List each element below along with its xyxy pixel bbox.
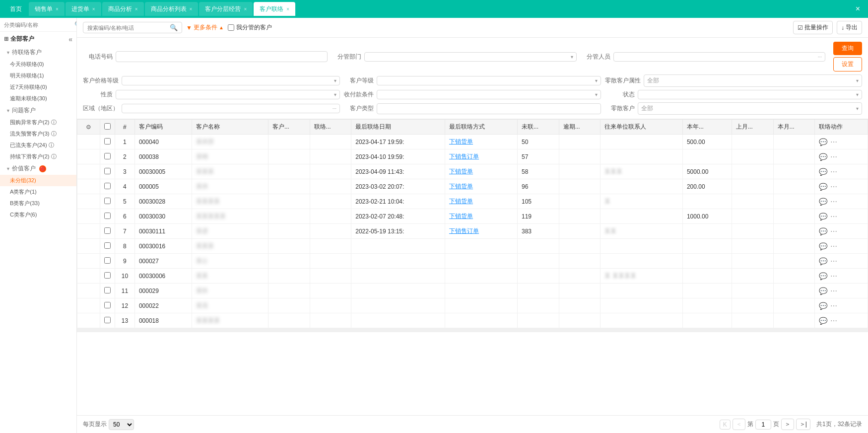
nav-tab-purchase[interactable]: 进货单 × xyxy=(66,2,101,16)
chat-icon[interactable]: 💬 xyxy=(819,317,827,325)
row-checkbox-cell[interactable] xyxy=(100,135,115,149)
menu-icon[interactable]: ⋯ xyxy=(830,287,837,295)
row-last-method-link[interactable]: 下销货单 xyxy=(449,183,473,190)
chat-icon[interactable]: 💬 xyxy=(819,272,827,280)
nav-tab-analysis[interactable]: 商品分析 × xyxy=(102,2,144,16)
row-checkbox-cell[interactable] xyxy=(100,164,115,179)
chat-icon[interactable]: 💬 xyxy=(819,227,827,235)
sidebar-item-churned[interactable]: 已流失客户(24) ⓘ xyxy=(0,140,76,151)
menu-icon[interactable]: ⋯ xyxy=(830,213,837,220)
row-checkbox[interactable] xyxy=(104,168,111,174)
close-tab-purchase-icon[interactable]: × xyxy=(92,6,95,12)
menu-icon[interactable]: ⋯ xyxy=(830,302,837,310)
sidebar-item-class-a[interactable]: A类客户(1) xyxy=(0,186,76,198)
nav-tab-customer-segment[interactable]: 客户分层经营 × xyxy=(199,2,253,16)
row-checkbox[interactable] xyxy=(104,317,111,323)
chat-icon[interactable]: 💬 xyxy=(819,257,827,265)
payment-select[interactable]: ▾ xyxy=(377,90,601,99)
group-problem-customers[interactable]: ▼ 问题客户 xyxy=(0,104,76,117)
row-last-method-link[interactable]: 下销货单 xyxy=(449,213,473,219)
row-checkbox[interactable] xyxy=(104,272,111,279)
menu-icon[interactable]: ⋯ xyxy=(830,138,837,146)
menu-icon[interactable]: ⋯ xyxy=(830,272,837,280)
query-btn[interactable]: 查询 xyxy=(833,42,862,55)
chat-icon[interactable]: 💬 xyxy=(819,213,827,220)
row-checkbox[interactable] xyxy=(104,213,111,219)
row-checkbox[interactable] xyxy=(104,138,111,144)
close-tab-sales-icon[interactable]: × xyxy=(56,6,59,12)
my-customers-checkbox[interactable] xyxy=(228,24,234,31)
nav-tab-analysis-list[interactable]: 商品分析列表 × xyxy=(145,2,199,16)
sidebar-item-unclassified[interactable]: 未分组(32) xyxy=(0,175,76,186)
sidebar-item-today[interactable]: 今天待联络(0) xyxy=(0,59,76,70)
row-last-method-link[interactable]: 下销售订单 xyxy=(449,227,479,234)
nav-tab-customer-contact[interactable]: 客户联络 × xyxy=(254,2,295,16)
page-size-select[interactable]: 50 100 200 xyxy=(109,419,134,430)
chat-icon[interactable]: 💬 xyxy=(819,287,827,295)
group-value-customers[interactable]: ▼ 价值客户 🔴 xyxy=(0,162,76,175)
person-select[interactable]: ··· xyxy=(613,52,825,62)
sidebar-item-7days[interactable]: 近7天待联络(0) xyxy=(0,81,76,93)
row-checkbox-cell[interactable] xyxy=(100,179,115,194)
row-checkbox-cell[interactable] xyxy=(100,298,115,313)
sidebar-search-input[interactable] xyxy=(4,22,72,28)
menu-icon[interactable]: ⋯ xyxy=(830,227,837,235)
nature-select[interactable]: ▾ xyxy=(116,90,340,99)
row-checkbox[interactable] xyxy=(104,227,111,234)
menu-icon[interactable]: ⋯ xyxy=(830,317,837,325)
chat-icon[interactable]: 💬 xyxy=(819,302,827,310)
sparse-attr-select[interactable]: 全部 ▾ xyxy=(644,74,862,87)
close-tab-customer-segment-icon[interactable]: × xyxy=(244,6,247,12)
last-page-btn[interactable]: ＞| xyxy=(796,419,810,430)
sidebar-collapse-btn[interactable]: « xyxy=(68,35,72,43)
menu-icon[interactable]: ⋯ xyxy=(830,153,837,161)
row-checkbox[interactable] xyxy=(104,242,111,249)
row-last-method-link[interactable]: 下销货单 xyxy=(449,198,473,205)
chat-icon[interactable]: 💬 xyxy=(819,183,827,191)
row-checkbox-cell[interactable] xyxy=(100,209,115,224)
chat-icon[interactable]: 💬 xyxy=(819,138,827,146)
chat-icon[interactable]: 💬 xyxy=(819,198,827,206)
status-select[interactable]: ▾ xyxy=(638,90,862,99)
row-checkbox-cell[interactable] xyxy=(100,284,115,298)
sidebar-item-class-b[interactable]: B类客户(33) xyxy=(0,198,76,209)
sidebar-item-class-c[interactable]: C类客户(6) xyxy=(0,209,76,220)
row-checkbox-cell[interactable] xyxy=(100,224,115,239)
row-checkbox-cell[interactable] xyxy=(100,239,115,254)
prev-page-btn[interactable]: ＜ xyxy=(733,419,745,430)
sidebar-item-abnormal[interactable]: 囤购异常客户(2) ⓘ xyxy=(0,117,76,128)
sparse-select[interactable]: 全部 ▾ xyxy=(638,102,862,115)
row-last-method-link[interactable]: 下销货单 xyxy=(449,138,473,145)
close-tab-customer-contact-icon[interactable]: × xyxy=(286,6,289,12)
menu-icon[interactable]: ⋯ xyxy=(830,242,837,250)
menu-icon[interactable]: ⋯ xyxy=(830,168,837,176)
menu-icon[interactable]: ⋯ xyxy=(830,183,837,191)
chat-icon[interactable]: 💬 xyxy=(819,242,827,250)
nav-tab-sales[interactable]: 销售单 × xyxy=(29,2,65,16)
close-tab-analysis-list-icon[interactable]: × xyxy=(190,6,193,12)
batch-operation-btn[interactable]: ☑ 批量操作 xyxy=(793,21,833,34)
my-customers-checkbox-label[interactable]: 我分管的客户 xyxy=(228,23,272,32)
row-checkbox-cell[interactable] xyxy=(100,313,115,328)
row-checkbox-cell[interactable] xyxy=(100,149,115,164)
row-last-method-link[interactable]: 下销售订单 xyxy=(449,153,479,160)
price-level-select[interactable]: ▾ xyxy=(122,76,340,85)
sidebar-item-overdue-no-contact[interactable]: 逾期未联络(30) xyxy=(0,93,76,104)
row-checkbox[interactable] xyxy=(104,257,111,264)
row-checkbox[interactable] xyxy=(104,183,111,189)
next-page-btn[interactable]: ＞ xyxy=(781,419,794,430)
group-pending-contact[interactable]: ▼ 待联络客户 xyxy=(0,46,76,59)
select-all-checkbox[interactable] xyxy=(104,123,111,130)
menu-icon[interactable]: ⋯ xyxy=(830,198,837,206)
phone-input[interactable] xyxy=(116,51,328,62)
col-gear[interactable]: ⚙ xyxy=(77,120,100,135)
first-page-btn[interactable]: K xyxy=(720,420,731,430)
customer-type-input[interactable] xyxy=(377,103,601,114)
filter-more-conditions-btn[interactable]: ▼ 更多条件 ▲ xyxy=(186,23,224,32)
sidebar-item-churn-warning[interactable]: 流失预警客户(3) ⓘ xyxy=(0,128,76,140)
row-checkbox[interactable] xyxy=(104,287,111,293)
chat-icon[interactable]: 💬 xyxy=(819,153,827,161)
row-checkbox[interactable] xyxy=(104,198,111,204)
filter-search-input[interactable] xyxy=(87,25,168,31)
row-checkbox-cell[interactable] xyxy=(100,194,115,209)
